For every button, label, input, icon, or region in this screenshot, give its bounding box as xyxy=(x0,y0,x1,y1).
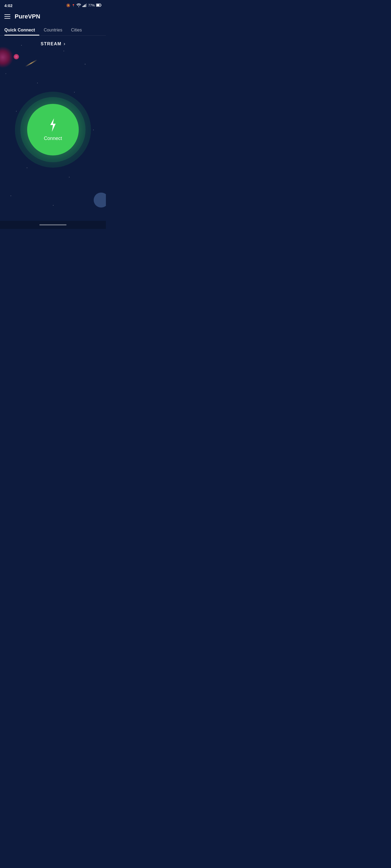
header: PureVPN xyxy=(0,10,106,24)
signal-icon xyxy=(83,3,87,8)
svg-point-0 xyxy=(78,6,79,7)
svg-rect-7 xyxy=(97,4,100,6)
connect-area: Connect xyxy=(15,92,91,167)
decoration-orb-inner xyxy=(13,54,19,59)
status-time: 4:02 xyxy=(4,3,12,8)
connect-button[interactable]: Connect xyxy=(27,104,79,155)
battery-text: 77% xyxy=(88,3,95,7)
menu-line-2 xyxy=(4,16,10,17)
wifi-icon xyxy=(76,3,81,8)
tab-cities[interactable]: Cities xyxy=(66,24,86,35)
svg-rect-2 xyxy=(84,5,84,7)
connect-middle-ring: Connect xyxy=(20,97,86,162)
location-icon: 📍 xyxy=(72,4,75,7)
status-icons: 🔕 📍 77% xyxy=(66,3,102,8)
nav-indicator xyxy=(39,224,66,225)
svg-marker-8 xyxy=(50,118,56,132)
lightning-icon xyxy=(48,118,58,133)
connect-label: Connect xyxy=(44,135,62,141)
stream-section[interactable]: STREAM › xyxy=(41,41,65,46)
menu-icon[interactable] xyxy=(4,14,10,19)
nav-bar xyxy=(0,221,106,229)
app-title: PureVPN xyxy=(15,13,40,20)
tab-navigation: Quick Connect Countries Cities xyxy=(0,24,106,35)
menu-line-1 xyxy=(4,14,10,15)
svg-rect-6 xyxy=(101,4,102,6)
main-content: STREAM › Connect xyxy=(0,35,106,224)
status-bar: 4:02 🔕 📍 77% xyxy=(0,0,106,10)
tab-countries[interactable]: Countries xyxy=(39,24,66,35)
svg-rect-3 xyxy=(85,4,86,7)
tab-quick-connect[interactable]: Quick Connect xyxy=(4,24,39,35)
battery-icon xyxy=(96,3,102,8)
stream-chevron-icon: › xyxy=(63,41,65,46)
stream-label: STREAM xyxy=(41,41,62,46)
menu-line-3 xyxy=(4,18,10,19)
svg-rect-1 xyxy=(83,6,83,7)
svg-rect-4 xyxy=(86,3,87,7)
mute-icon: 🔕 xyxy=(66,3,70,7)
connect-outer-ring: Connect xyxy=(15,92,91,167)
